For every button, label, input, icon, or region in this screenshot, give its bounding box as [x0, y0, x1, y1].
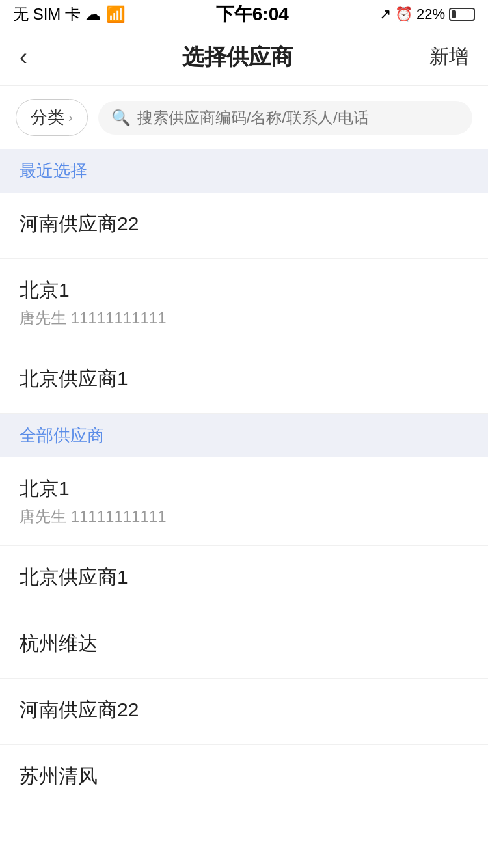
item-name: 北京1	[20, 277, 468, 304]
status-left: 无 SIM 卡 ☁ 📶	[13, 4, 126, 25]
chevron-right-icon: ›	[68, 110, 73, 125]
list-item[interactable]: 北京供应商1	[0, 546, 488, 612]
status-time: 下午6:04	[216, 2, 289, 27]
filter-bar: 分类 › 🔍	[0, 86, 488, 149]
item-name: 河南供应商22	[20, 211, 468, 237]
add-button[interactable]: 新增	[416, 44, 468, 70]
list-item[interactable]: 北京1唐先生 11111111111	[0, 259, 488, 347]
item-name: 河南供应商22	[20, 697, 468, 724]
item-name: 北京1	[20, 476, 468, 502]
alarm-icon: ⏰	[395, 6, 413, 23]
recent-section-label: 最近选择	[20, 161, 87, 180]
list-item[interactable]: 北京1唐先生 11111111111	[0, 457, 488, 546]
category-button[interactable]: 分类 ›	[16, 99, 88, 136]
item-sub: 唐先生 11111111111	[20, 506, 468, 527]
search-icon: 🔍	[111, 109, 131, 127]
item-sub: 唐先生 11111111111	[20, 308, 468, 329]
back-button[interactable]: ‹	[20, 44, 59, 71]
category-label: 分类	[31, 106, 64, 129]
list-item[interactable]: 河南供应商22	[0, 193, 488, 259]
list-item[interactable]: 苏州清风	[0, 745, 488, 811]
item-name: 北京供应商1	[20, 366, 468, 392]
item-name: 北京供应商1	[20, 564, 468, 591]
search-box: 🔍	[98, 101, 472, 135]
search-input[interactable]	[137, 109, 459, 127]
recent-list: 河南供应商22北京1唐先生 11111111111北京供应商1	[0, 193, 488, 414]
battery-percent: 22%	[416, 6, 445, 23]
list-item[interactable]: 河南供应商22	[0, 679, 488, 745]
all-section-label: 全部供应商	[20, 426, 104, 445]
battery-icon	[449, 8, 475, 21]
nav-bar: ‹ 选择供应商 新增	[0, 29, 488, 86]
all-list: 北京1唐先生 11111111111北京供应商1杭州维达河南供应商22苏州清风	[0, 457, 488, 811]
status-bar: 无 SIM 卡 ☁ 📶 下午6:04 ↗ ⏰ 22%	[0, 0, 488, 29]
all-section-header: 全部供应商	[0, 414, 488, 457]
wifi-icon: 📶	[106, 5, 126, 23]
item-name: 苏州清风	[20, 763, 468, 790]
location-icon: ↗	[379, 6, 391, 23]
sim-status: 无 SIM 卡 ☁	[13, 4, 101, 25]
list-item[interactable]: 北京供应商1	[0, 347, 488, 414]
recent-section-header: 最近选择	[0, 149, 488, 193]
page-title: 选择供应商	[182, 42, 293, 72]
list-item[interactable]: 杭州维达	[0, 612, 488, 679]
status-right: ↗ ⏰ 22%	[379, 6, 475, 23]
item-name: 杭州维达	[20, 631, 468, 657]
